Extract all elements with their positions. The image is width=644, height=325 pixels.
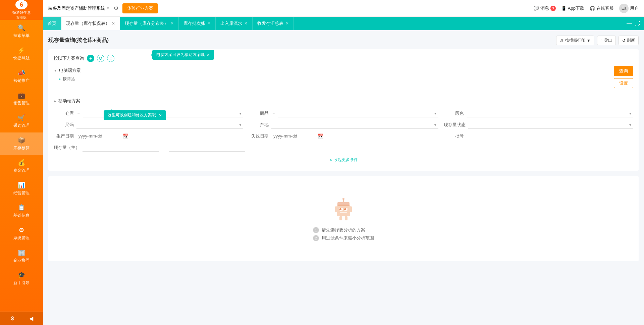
filter-prod-date: 生产日期 📅 — [54, 132, 243, 140]
edit-tooltip-close-btn[interactable]: ✕ — [159, 113, 162, 118]
message-btn[interactable]: 💬 消息 9 — [534, 5, 556, 11]
tab-close-inventory-status[interactable]: ✕ — [112, 21, 115, 26]
filter-origin: 产地 ▼ — [249, 121, 438, 129]
filter-stock-main: 现存量（主） — — [54, 144, 245, 152]
tab-receive-send[interactable]: 收发存汇总表 ✕ — [253, 17, 294, 30]
stock-main-from[interactable] — [83, 144, 159, 152]
sidebar-item-label: 搜索菜单 — [13, 33, 30, 39]
app-download-icon: 📱 — [561, 6, 567, 11]
filter-back-btn[interactable]: « — [107, 55, 114, 62]
export-btn[interactable]: ↑ 导出 — [597, 36, 616, 45]
size-input[interactable] — [76, 121, 243, 129]
app-download-btn[interactable]: 📱 App下载 — [561, 5, 584, 11]
setting-btn[interactable]: 设置 — [614, 78, 633, 88]
tab-in-out-flow-label: 出入库流水 — [220, 20, 242, 26]
sidebar-item-purchase[interactable]: 🛒 采购管理 — [0, 110, 43, 132]
user-btn[interactable]: Ea 用户 — [619, 4, 639, 13]
print-btn[interactable]: 🖨 按模板打印 ▼ — [556, 36, 594, 45]
empty-steps: 1 请先选择要分析的方案 2 用过滤条件来缩小分析范围 — [313, 227, 374, 241]
pc-scheme-item[interactable]: ▼ 电脑端方案 — [54, 66, 633, 75]
filter-goods: 商品 ··· ▼ — [249, 109, 438, 117]
color-input[interactable] — [467, 109, 633, 117]
tab-close-batch-account[interactable]: ✕ — [207, 21, 211, 26]
system-selector[interactable]: 装备及固定资产辅助管理系统 ▼ — [48, 5, 110, 11]
refresh-icon: ↺ — [622, 38, 626, 43]
sidebar-item-quick-nav[interactable]: ⚡ 快捷导航 — [0, 43, 43, 65]
page-content: 现存量查询(按仓库+商品) 🖨 按模板打印 ▼ ↑ 导出 ↺ 刷新 — [43, 30, 644, 325]
tab-minimize-icon[interactable]: — — [627, 20, 632, 26]
tab-expand-icon[interactable]: ⛶ — [635, 20, 640, 26]
online-service-btn[interactable]: 🎧 在线客服 — [590, 5, 614, 11]
filter-row-3: 生产日期 📅 失效日期 📅 批号 — [54, 132, 633, 140]
sidebar-item-sales[interactable]: 💼 销售管理 — [0, 88, 43, 110]
refresh-btn[interactable]: ↺ 刷新 — [619, 36, 639, 45]
stock-status-input[interactable] — [468, 121, 633, 129]
tab-inventory-status[interactable]: 现存量（库存状况表） ✕ — [61, 17, 120, 30]
step-1-label: 请先选择要分析的方案 — [322, 227, 365, 233]
goods-input[interactable] — [278, 109, 438, 117]
goods-select-wrapper: ▼ — [278, 109, 438, 117]
sidebar-collapse-icon[interactable]: ◀ — [29, 315, 33, 322]
edit-scheme-text: 这里可以创建和修改方案哦 — [108, 112, 156, 118]
prod-date-input[interactable] — [76, 132, 120, 140]
print-icon: 🖨 — [560, 38, 564, 43]
sidebar-item-marketing[interactable]: 📣 营销推广 — [0, 65, 43, 88]
logo-badge: 标准版 — [16, 15, 26, 20]
sidebar-item-basic-info[interactable]: 📋 基础信息 — [0, 200, 43, 222]
sidebar-item-label: 快捷导航 — [13, 55, 30, 61]
tab-close-inventory-dist[interactable]: ✕ — [170, 21, 174, 26]
mobile-scheme-item[interactable]: ▶ 移动端方案 — [54, 97, 633, 105]
sidebar-item-inventory[interactable]: 📦 库存核算 — [0, 132, 43, 155]
stock-main-to[interactable] — [169, 144, 245, 152]
sidebar-nav: 🔍 搜索菜单 ⚡ 快捷导航 📣 营销推广 💼 销售管理 🛒 采购管理 📦 库存核… — [0, 20, 43, 312]
collapse-bar[interactable]: ∧ 收起更多条件 — [54, 154, 633, 165]
tab-close-receive-send[interactable]: ✕ — [285, 21, 289, 26]
filter-refresh-btn[interactable]: ↺ — [97, 55, 104, 62]
sidebar-item-enterprise[interactable]: 🏢 企业协同 — [0, 245, 43, 267]
sidebar-item-label: 系统管理 — [13, 235, 30, 241]
tab-receive-send-label: 收发存汇总表 — [257, 20, 283, 26]
sidebar-item-search[interactable]: 🔍 搜索菜单 — [0, 20, 43, 43]
topbar-left: 装备及固定资产辅助管理系统 ▼ ⚙ 体验行业方案 — [48, 3, 158, 13]
origin-input[interactable] — [271, 121, 438, 129]
pc-scheme-sub[interactable]: • 按商品 — [54, 75, 633, 83]
sidebar-item-guide[interactable]: 🎓 新手引导 — [0, 267, 43, 290]
sidebar-settings-icon[interactable]: ⚙ — [10, 315, 15, 322]
exp-date-calendar-icon[interactable]: 📅 — [318, 133, 323, 139]
goods-dots: ··· — [271, 111, 275, 116]
tab-in-out-flow[interactable]: 出入库流水 ✕ — [216, 17, 253, 30]
tab-home-label: 首页 — [48, 20, 56, 26]
scheme-tree: ▼ 电脑端方案 • 按商品 这里可以创建和修改方案哦 ✕ ▶ 移动端方案 — [54, 66, 633, 105]
sidebar-item-label: 经营管理 — [13, 190, 30, 196]
query-btn[interactable]: 查询 — [614, 66, 633, 76]
filter-right-actions: 查询 设置 — [614, 66, 633, 88]
sidebar-item-label: 企业协同 — [13, 258, 30, 263]
logo-icon: 6 — [15, 0, 28, 9]
system-icon: ⚙ — [19, 226, 24, 234]
prod-date-calendar-icon[interactable]: 📅 — [123, 133, 128, 139]
avatar: Ea — [619, 4, 629, 13]
tab-home[interactable]: 首页 — [43, 17, 61, 30]
app-download-label: App下载 — [568, 5, 584, 11]
operations-icon: 📊 — [18, 181, 25, 189]
export-icon: ↑ — [601, 38, 603, 43]
tab-inventory-dist[interactable]: 现存量（库存分布表） ✕ — [120, 17, 179, 30]
tooltip-close-btn[interactable]: ✕ — [207, 53, 210, 57]
exp-date-input[interactable] — [271, 132, 315, 140]
settings-gear-icon[interactable]: ⚙ — [114, 5, 118, 11]
sidebar-item-finance[interactable]: 💰 资金管理 — [0, 155, 43, 177]
empty-state: 1 请先选择要分析的方案 2 用过滤条件来缩小分析范围 — [48, 176, 639, 261]
refresh-label: 刷新 — [627, 38, 635, 43]
tab-batch-account[interactable]: 库存批次账 ✕ — [179, 17, 216, 30]
svg-point-4 — [344, 208, 346, 210]
solution-btn[interactable]: 体验行业方案 — [122, 3, 158, 13]
system-name: 装备及固定资产辅助管理系统 — [48, 5, 105, 11]
page-actions: 🖨 按模板打印 ▼ ↑ 导出 ↺ 刷新 — [556, 36, 639, 45]
tab-close-in-out-flow[interactable]: ✕ — [244, 21, 248, 26]
sidebar-item-system[interactable]: ⚙ 系统管理 — [0, 222, 43, 245]
sidebar-item-operations[interactable]: 📊 经营管理 — [0, 177, 43, 200]
filter-add-btn[interactable]: + — [87, 55, 94, 62]
batch-input[interactable] — [467, 132, 633, 140]
tab-inventory-dist-label: 现存量（库存分布表） — [125, 20, 168, 26]
svg-point-3 — [339, 208, 341, 210]
